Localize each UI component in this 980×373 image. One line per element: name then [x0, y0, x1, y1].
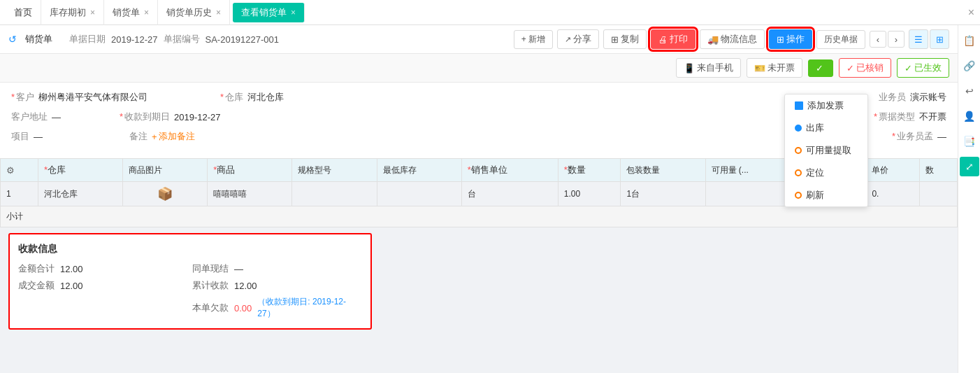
- payment-title: 收款信息: [18, 243, 362, 255]
- date-value: 2019-12-27: [111, 34, 158, 45]
- tab-view-sales-order[interactable]: 查看销货单 ×: [233, 3, 305, 22]
- address-value: —: [52, 112, 61, 122]
- sidebar-doc-icon[interactable]: 📑: [960, 132, 979, 151]
- tab-bar: 首页 库存期初 × 销货单 × 销货单历史 × 查看销货单 × ×: [0, 0, 980, 25]
- th-pack-qty: 包装数量: [621, 159, 705, 182]
- share-button[interactable]: ↗ 分享: [557, 29, 599, 49]
- tab-home[interactable]: 首页: [6, 0, 41, 25]
- grid-view-button[interactable]: ⊞: [930, 29, 949, 49]
- sidebar-copy-icon[interactable]: 📋: [960, 31, 979, 50]
- address-label: 客户地址: [11, 111, 48, 123]
- dropdown-locate[interactable]: 定位: [785, 162, 867, 184]
- staff-field: 业务员 演示账号: [879, 91, 946, 104]
- dropdown-available-qty[interactable]: 可用量提取: [785, 139, 867, 162]
- operations-button[interactable]: ⊞ 操作: [769, 29, 812, 49]
- total-amount-item: 金额合计 12.00: [18, 262, 188, 275]
- staff-value: 演示账号: [910, 91, 946, 104]
- copy-button[interactable]: ⊞ 复制: [603, 29, 647, 49]
- cell-warehouse: 河北仓库: [38, 182, 123, 206]
- doc-title: 销货单: [25, 33, 52, 45]
- tab-close-sales-history[interactable]: ×: [216, 8, 221, 17]
- doc-meta: 单据日期 2019-12-27 单据编号 SA-20191227-001: [69, 33, 508, 45]
- total-amount-value: 12.00: [60, 264, 83, 274]
- payment-grid: 金额合计 12.00 同单现结 — 成交金额 12.00 累计收款 12.00 …: [18, 262, 362, 320]
- mobile-icon: 📱: [684, 63, 695, 73]
- ticket-type-value: 不开票: [919, 111, 946, 123]
- subtotal-label: 小计: [1, 206, 958, 227]
- note-field: 备注 + 添加备注: [129, 130, 195, 143]
- th-quantity: *数量: [558, 159, 621, 182]
- prev-button[interactable]: ‹: [870, 31, 886, 48]
- list-view-button[interactable]: ☰: [909, 29, 928, 49]
- salesman-field: 业务员孟 —: [892, 130, 946, 143]
- next-button[interactable]: ›: [888, 31, 905, 48]
- sidebar-link-icon[interactable]: 🔗: [960, 56, 979, 76]
- cell-amount: [919, 182, 957, 206]
- date-label: 单据日期: [69, 33, 106, 45]
- settings-icon[interactable]: ⚙: [6, 165, 15, 176]
- customer-value: 柳州粤港平安气体有限公司: [38, 91, 147, 104]
- warehouse-label: 仓库: [220, 91, 243, 104]
- right-sidebar: 📋 🔗 ↩ 👤 📑 ⤢: [958, 25, 980, 373]
- available-qty-dot-icon: [795, 147, 802, 154]
- dropdown-refresh[interactable]: 刷新: [785, 184, 867, 206]
- circle-check-icon: ✓: [846, 63, 854, 73]
- project-field: 项目 —: [11, 130, 43, 143]
- app-wrapper: 首页 库存期初 × 销货单 × 销货单历史 × 查看销货单 × × ↺ 销货单 …: [0, 0, 980, 373]
- address-field: 客户地址 —: [11, 111, 61, 123]
- view-toggle: ☰ ⊞: [909, 29, 949, 49]
- customer-label: 客户: [11, 91, 34, 104]
- no-label: 单据编号: [164, 33, 200, 45]
- th-spec: 规格型号: [292, 159, 377, 182]
- cumulative-receipt-value: 12.00: [234, 281, 257, 291]
- tab-close-view-sales-order[interactable]: ×: [291, 8, 296, 17]
- sidebar-user-icon[interactable]: 👤: [960, 106, 979, 126]
- salesman-value: —: [937, 132, 946, 142]
- print-button[interactable]: 🖨 打印: [651, 29, 696, 49]
- history-button[interactable]: 历史单据: [816, 30, 865, 49]
- th-unit: *销售单位: [461, 159, 558, 182]
- doc-icon: ↺: [8, 34, 17, 45]
- logistics-button[interactable]: 🚚 物流信息: [700, 29, 765, 49]
- customer-field: 客户 柳州粤港平安气体有限公司: [11, 91, 147, 104]
- tab-close-inventory-init[interactable]: ×: [90, 8, 95, 17]
- cell-image: 📦: [123, 182, 208, 206]
- tab-inventory-init[interactable]: 库存期初 ×: [41, 0, 104, 25]
- confirm-button[interactable]: ✓: [808, 59, 833, 77]
- ticket-type-label: 票据类型: [874, 111, 915, 123]
- cell-min-stock: [377, 182, 461, 206]
- dropdown-add-invoice[interactable]: 添加发票: [785, 94, 867, 117]
- sidebar-undo-icon[interactable]: ↩: [960, 81, 979, 101]
- staff-label: 业务员: [879, 91, 906, 104]
- th-product: *商品: [208, 159, 292, 182]
- note-label: 备注: [129, 130, 147, 143]
- from-mobile-button[interactable]: 📱 来自手机: [676, 58, 741, 78]
- tab-close-sales-order[interactable]: ×: [144, 8, 149, 17]
- share-icon: ↗: [565, 35, 571, 44]
- window-close-button[interactable]: ×: [968, 6, 974, 19]
- cell-unit: 台: [461, 182, 558, 206]
- tab-sales-order[interactable]: 销货单 ×: [104, 0, 158, 25]
- warehouse-value: 河北仓库: [247, 91, 284, 104]
- sidebar-expand-icon[interactable]: ⤢: [960, 157, 979, 176]
- operations-dropdown: 添加发票 出库 可用量提取 定位 刷新: [784, 94, 868, 207]
- same-order-item: 同单现结 —: [192, 262, 362, 275]
- check-icon: ✓: [816, 63, 823, 73]
- not-opened-button[interactable]: 🎫 未开票: [747, 58, 802, 78]
- refresh-dot-icon: [795, 192, 802, 199]
- th-min-stock: 最低库存: [377, 159, 461, 182]
- total-amount-label: 金额合计: [18, 262, 55, 275]
- tab-sales-history[interactable]: 销货单历史 ×: [158, 0, 230, 25]
- ticket-type-field: 票据类型 不开票: [874, 111, 946, 123]
- outbound-dot-icon: [795, 125, 802, 132]
- invoice-icon: [795, 101, 803, 110]
- cell-pack-qty: 1台: [621, 182, 705, 206]
- already-cancelled-button[interactable]: ✓ 已核销: [839, 58, 891, 78]
- already-effective-button[interactable]: ✓ 已生效: [897, 58, 949, 78]
- add-note-button[interactable]: + 添加备注: [152, 130, 195, 143]
- product-image: 📦: [157, 187, 173, 201]
- salesman-label: 业务员孟: [892, 130, 933, 143]
- dropdown-outbound[interactable]: 出库: [785, 117, 867, 139]
- new-button[interactable]: + 新增: [514, 30, 553, 49]
- th-settings[interactable]: ⚙: [1, 159, 38, 182]
